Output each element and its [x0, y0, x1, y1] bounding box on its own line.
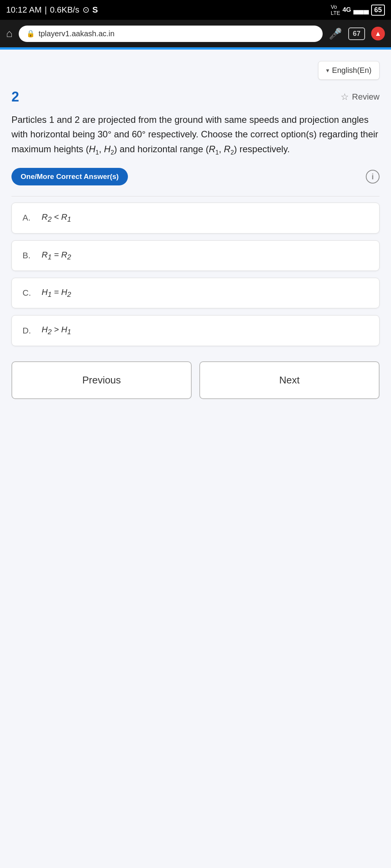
nav-buttons: Previous Next	[11, 361, 380, 399]
option-a-label: A.	[23, 213, 34, 223]
network-type: 4G	[343, 6, 351, 14]
status-s: S	[92, 5, 98, 15]
language-label: English(En)	[332, 66, 372, 75]
option-b-text: R1 = R2	[42, 250, 71, 261]
arrow-up-icon: ▲	[375, 30, 381, 38]
language-selector[interactable]: ▾ English(En)	[318, 61, 380, 80]
url-text: tplayerv1.aakash.ac.in	[39, 29, 115, 38]
option-c[interactable]: C. H1 = H2	[11, 278, 380, 308]
option-d-text: H2 > H1	[42, 325, 71, 336]
answer-type-badge: One/More Correct Answer(s)	[11, 168, 128, 185]
mic-icon[interactable]: 🎤	[329, 27, 342, 40]
home-icon[interactable]: ⌂	[6, 27, 13, 40]
review-label: Review	[352, 92, 380, 102]
option-b[interactable]: B. R1 = R2	[11, 240, 380, 271]
option-d[interactable]: D. H2 > H1	[11, 315, 380, 346]
chevron-down-icon: ▾	[326, 67, 329, 74]
tab-count-badge[interactable]: 67	[348, 27, 365, 40]
answer-type-row: One/More Correct Answer(s) i	[11, 168, 380, 185]
divider	[11, 196, 380, 196]
status-speed: 0.6KB/s	[50, 5, 79, 15]
star-icon: ☆	[341, 92, 349, 102]
signal-icon: ▄▄▄	[354, 6, 369, 14]
status-bar: 10:12 AM | 0.6KB/s ⊙ S VoLTE 4G ▄▄▄ 65	[0, 0, 391, 20]
lock-icon: 🔒	[26, 29, 35, 38]
main-content: ▾ English(En) 2 ☆ Review Particles 1 and…	[0, 50, 391, 868]
option-d-label: D.	[23, 326, 34, 336]
option-a-text: R2 < R1	[42, 212, 71, 224]
review-button[interactable]: ☆ Review	[341, 92, 380, 102]
browser-bar: ⌂ 🔒 tplayerv1.aakash.ac.in 🎤 67 ▲	[0, 20, 391, 47]
status-time: 10:12 AM	[6, 5, 42, 15]
previous-button[interactable]: Previous	[11, 361, 192, 399]
question-text: Particles 1 and 2 are projected from the…	[11, 113, 380, 157]
option-a[interactable]: A. R2 < R1	[11, 203, 380, 233]
network-label: VoLTE	[331, 4, 340, 16]
question-header: 2 ☆ Review	[11, 89, 380, 105]
next-button[interactable]: Next	[199, 361, 380, 399]
status-separator: |	[45, 5, 47, 15]
battery-badge: 65	[371, 5, 385, 16]
location-icon: ⊙	[82, 5, 89, 15]
option-c-label: C.	[23, 288, 34, 298]
lang-selector-row: ▾ English(En)	[11, 61, 380, 80]
info-icon[interactable]: i	[366, 170, 380, 184]
option-b-label: B.	[23, 251, 34, 261]
url-bar[interactable]: 🔒 tplayerv1.aakash.ac.in	[19, 26, 323, 42]
question-number: 2	[11, 89, 19, 105]
option-c-text: H1 = H2	[42, 287, 71, 299]
options-container: A. R2 < R1 B. R1 = R2 C. H1 = H2 D. H2 >…	[11, 203, 380, 346]
status-left: 10:12 AM | 0.6KB/s ⊙ S	[6, 5, 98, 15]
upload-button[interactable]: ▲	[371, 27, 385, 40]
status-right: VoLTE 4G ▄▄▄ 65	[331, 4, 385, 16]
